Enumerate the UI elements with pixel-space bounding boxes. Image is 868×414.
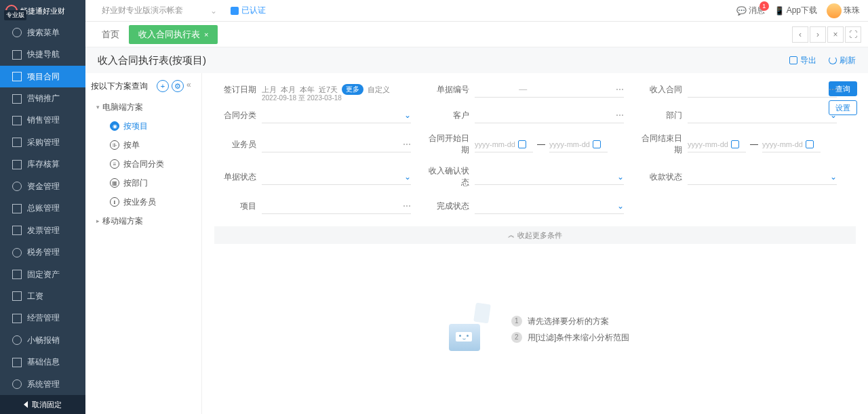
customer-field[interactable]: ⋯ xyxy=(475,107,624,123)
tree-item-doc[interactable]: ⊪按单 xyxy=(91,136,196,154)
home-icon xyxy=(12,50,22,60)
fullscreen-button[interactable]: ⛶ xyxy=(845,26,861,43)
sidebar-item-tax[interactable]: 税务管理 xyxy=(0,241,85,263)
messages-link[interactable]: 💬 消息 1 xyxy=(736,5,765,16)
sidebar-item-sales[interactable]: 销售管理 xyxy=(0,110,85,131)
close-icon[interactable]: × xyxy=(204,30,208,39)
brand-logo: 畅捷通好业财 专业版 xyxy=(0,0,85,22)
sidebar-item-invoice[interactable]: 发票管理 xyxy=(0,220,85,241)
sidebar-item-marketing[interactable]: 营销推广 xyxy=(0,87,85,109)
sidebar-item-salary[interactable]: 工资 xyxy=(0,285,85,307)
sidebar-label: 项目合同 xyxy=(27,71,60,83)
finish-status-field[interactable]: ⌄ xyxy=(475,198,624,214)
tree-item-category[interactable]: ≡按合同分类 xyxy=(91,154,196,173)
contract-field[interactable]: ⋯ xyxy=(688,81,837,98)
date-custom[interactable]: 自定义 xyxy=(368,85,390,95)
sidebar-item-system[interactable]: 系统管理 xyxy=(0,373,85,395)
project-label: 项目 xyxy=(214,201,262,212)
start-date-from[interactable]: yyyy-mm-dd xyxy=(475,136,533,152)
more-icon[interactable]: ⋯ xyxy=(616,110,624,120)
chevron-down-icon: ⌄ xyxy=(617,172,624,182)
sidebar: 搜索菜单 快捷导航 项目合同 营销推广 销售管理 采购管理 库存核算 资金管理 … xyxy=(0,22,85,414)
tab-home[interactable]: 首页 xyxy=(92,25,129,44)
sidebar-item-quick[interactable]: 快捷导航 xyxy=(0,43,85,65)
sidebar-item-ledger[interactable]: 总账管理 xyxy=(0,198,85,220)
contract-label: 收入合同 xyxy=(640,84,688,96)
calendar-icon xyxy=(731,140,739,148)
chevron-down-icon: ⌄ xyxy=(404,172,411,182)
sidebar-item-purchase[interactable]: 采购管理 xyxy=(0,131,85,153)
tree-group-mobile[interactable]: ▸移动端方案 xyxy=(91,211,196,230)
tree-item-dept[interactable]: ▦按部门 xyxy=(91,173,196,192)
cart-icon xyxy=(12,116,22,125)
sidebar-item-inventory[interactable]: 库存核算 xyxy=(0,154,85,175)
doc-status-field[interactable]: ⌄ xyxy=(262,169,411,185)
receipt-icon xyxy=(12,226,22,235)
pay-status-field[interactable]: ⌄ xyxy=(688,169,837,185)
add-scheme-button[interactable]: + xyxy=(157,80,169,92)
export-button[interactable]: 导出 xyxy=(789,55,816,66)
sidebar-item-business[interactable]: 经营管理 xyxy=(0,308,85,329)
docno-label: 单据编号 xyxy=(427,84,475,96)
search-icon xyxy=(12,28,22,37)
export-label: 导出 xyxy=(800,55,816,66)
chevron-down-icon: ⌄ xyxy=(210,6,217,16)
end-date-from[interactable]: yyyy-mm-dd xyxy=(688,136,746,152)
tab-current[interactable]: 收入合同执行表 × xyxy=(129,25,218,44)
sidebar-label: 营销推广 xyxy=(27,93,60,104)
tree-label: 移动端方案 xyxy=(102,215,143,227)
phone-icon: 📱 xyxy=(774,6,785,16)
chevron-down-icon: ⌄ xyxy=(404,110,411,120)
sidebar-item-expense[interactable]: 小畅报销 xyxy=(0,329,85,351)
project-field[interactable]: ⋯ xyxy=(262,198,411,214)
account-selector[interactable]: 好业财专业版演示帐套 ⌄ xyxy=(102,5,217,16)
caret-down-icon: ▾ xyxy=(96,104,100,110)
download-label: App下载 xyxy=(787,5,817,16)
sidebar-item-search[interactable]: 搜索菜单 xyxy=(0,22,85,43)
sidebar-item-funds[interactable]: 资金管理 xyxy=(0,175,85,197)
tree-label: 按业务员 xyxy=(123,196,156,208)
unpin-button[interactable]: 取消固定 xyxy=(0,395,85,414)
tab-prev-button[interactable]: ‹ xyxy=(792,26,808,43)
bag-icon xyxy=(12,138,22,147)
messages-badge: 1 xyxy=(760,1,769,11)
more-icon[interactable]: ⋯ xyxy=(829,85,837,94)
date-more-badge[interactable]: 更多 xyxy=(342,84,363,95)
salesman-field[interactable]: ⋯ xyxy=(262,136,411,152)
brand-text: 畅捷通好业财 xyxy=(20,6,65,16)
refresh-button[interactable]: 刷新 xyxy=(829,55,856,66)
chevron-down-icon: ⌄ xyxy=(830,172,837,182)
more-icon[interactable]: ⋯ xyxy=(403,201,411,211)
category-label: 合同分类 xyxy=(214,110,262,121)
sidebar-item-assets[interactable]: 固定资产 xyxy=(0,264,85,285)
app-download-link[interactable]: 📱 App下载 xyxy=(774,5,817,16)
confirm-status-field[interactable]: ⌄ xyxy=(475,169,624,185)
category-field[interactable]: ⌄ xyxy=(262,107,411,123)
sidebar-item-basic[interactable]: 基础信息 xyxy=(0,352,85,373)
collapse-filters-button[interactable]: ︽ 收起更多条件 xyxy=(214,226,856,244)
tree-item-salesman[interactable]: ⫾按业务员 xyxy=(91,192,196,211)
start-date-to[interactable]: yyyy-mm-dd xyxy=(549,136,608,152)
docno-field[interactable]: —⋯ xyxy=(475,81,624,98)
calendar-icon xyxy=(518,140,526,148)
tab-next-button[interactable]: › xyxy=(810,26,826,43)
refresh-label: 刷新 xyxy=(840,55,856,66)
tree-group-pc[interactable]: ▾电脑端方案 xyxy=(91,98,196,117)
user-menu[interactable]: 珠珠 xyxy=(827,3,860,18)
triangle-left-icon xyxy=(24,401,28,408)
end-date-to[interactable]: yyyy-mm-dd xyxy=(762,136,821,152)
dept-field[interactable]: ⌄ xyxy=(688,107,837,123)
sidebar-label: 资金管理 xyxy=(27,181,60,192)
tree-item-project[interactable]: ◉按项目 xyxy=(91,117,196,136)
scheme-settings-button[interactable]: ⚙ xyxy=(172,80,184,92)
pay-status-label: 收款状态 xyxy=(640,171,688,183)
sidebar-item-contract[interactable]: 项目合同 xyxy=(0,66,85,87)
collapse-panel-button[interactable]: « xyxy=(186,80,196,92)
more-icon[interactable]: ⋯ xyxy=(616,85,624,94)
tab-close-all-button[interactable]: × xyxy=(827,26,844,43)
chat-icon: 💬 xyxy=(736,6,747,16)
more-icon[interactable]: ⋯ xyxy=(403,140,411,149)
dash: — xyxy=(750,140,758,149)
unpin-label: 取消固定 xyxy=(32,400,62,410)
sign-date-field[interactable]: 上月 本月 本年 近7天 更多 自定义 2022-09-18 至 2023-03… xyxy=(262,81,411,98)
